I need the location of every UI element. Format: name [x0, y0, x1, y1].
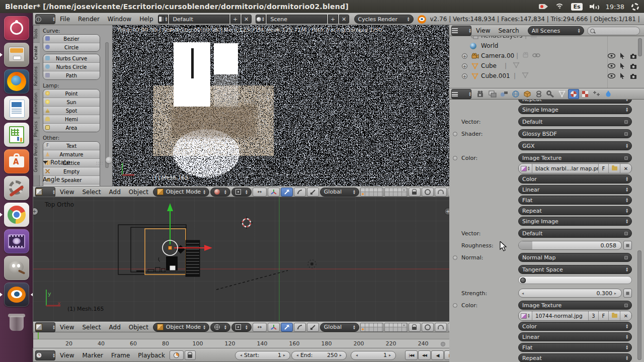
- tab-create[interactable]: Create: [33, 42, 40, 63]
- expand-icon[interactable]: +: [462, 73, 467, 79]
- tab-scene[interactable]: [499, 89, 510, 99]
- uv-map-field[interactable]: [518, 276, 632, 284]
- chrome-icon[interactable]: [4, 203, 29, 227]
- extension-select[interactable]: Repeat: [518, 353, 632, 362]
- manipulator-scale[interactable]: [307, 188, 319, 197]
- outliner-view-menu[interactable]: View: [472, 27, 494, 34]
- node-socket-icon[interactable]: [453, 255, 457, 260]
- tab-modifiers[interactable]: [545, 89, 556, 99]
- volume-icon[interactable]: [590, 3, 599, 10]
- users-count-button[interactable]: 3: [588, 311, 598, 320]
- session-gear-icon[interactable]: [631, 3, 639, 11]
- stepper-left-icon[interactable]: ◂: [296, 353, 298, 357]
- right-region-expand-button[interactable]: +: [445, 208, 449, 215]
- timeline-marker-menu[interactable]: Marker: [78, 352, 106, 359]
- menu-render[interactable]: Render: [74, 16, 103, 23]
- object-menu[interactable]: Object: [125, 189, 152, 196]
- tab-texture[interactable]: [580, 89, 591, 99]
- scene-close-button[interactable]: ✕: [339, 15, 349, 24]
- layers-widget-right[interactable]: [384, 188, 408, 197]
- shading-selector-2[interactable]: [210, 323, 230, 332]
- color-input-select[interactable]: Image Texture: [518, 301, 632, 310]
- lamp-area[interactable]: Area: [43, 123, 100, 132]
- hide-eye-icon[interactable]: [608, 73, 615, 78]
- firefox-icon[interactable]: [4, 69, 29, 94]
- tool-nurbs-curve[interactable]: Nurbs Curve: [43, 54, 100, 62]
- software-center-icon[interactable]: A: [4, 149, 29, 173]
- vector-input-select[interactable]: Default: [518, 117, 632, 126]
- panel-grip-icon[interactable]: ::::: [96, 161, 104, 165]
- normal-input-select[interactable]: Normal Map: [518, 253, 632, 262]
- interpolation-select[interactable]: Linear: [518, 185, 632, 194]
- manipulator-rotate[interactable]: [294, 188, 306, 197]
- current-frame-marker[interactable]: [38, 332, 39, 339]
- render-restrict-icon[interactable]: [630, 63, 637, 69]
- tab-relations[interactable]: Relations: [33, 63, 40, 89]
- stepper-left-icon[interactable]: ◂: [522, 291, 524, 296]
- tool-nurbs-circle[interactable]: Nurbs Circle: [43, 62, 100, 71]
- selectable-cursor-icon[interactable]: [620, 53, 625, 59]
- play-reverse-button[interactable]: ◀: [431, 350, 444, 360]
- snap-button[interactable]: [435, 188, 447, 197]
- layers-widget-right-2[interactable]: [384, 323, 408, 332]
- prev-keyframe-button[interactable]: ◀◀: [418, 350, 431, 360]
- manipulator-scale-2[interactable]: [307, 323, 319, 332]
- view-menu[interactable]: View: [56, 324, 77, 331]
- current-frame-field[interactable]: ◂ 1 ▸: [351, 351, 396, 360]
- strength-field[interactable]: ◂0.300▸: [518, 289, 622, 298]
- outliner-row-camera[interactable]: + Camera.00 |: [449, 51, 644, 61]
- scene-add-button[interactable]: +: [328, 15, 338, 24]
- tab-material[interactable]: [568, 89, 579, 99]
- tool-path[interactable]: Path: [43, 71, 100, 79]
- ruler-scroll-cap[interactable]: [441, 342, 445, 346]
- lamp-point[interactable]: Point: [43, 89, 100, 98]
- lock-to-scene-button[interactable]: [409, 188, 421, 197]
- wifi-icon[interactable]: [555, 4, 564, 10]
- selectable-cursor-icon[interactable]: [620, 73, 625, 79]
- jump-to-start-button[interactable]: |◀◀: [405, 350, 418, 360]
- shading-selector[interactable]: [210, 188, 230, 197]
- selectable-cursor-icon[interactable]: [620, 63, 625, 69]
- timeline-canvas[interactable]: [33, 332, 449, 339]
- orientation-selector[interactable]: Global: [320, 188, 359, 197]
- vector-input-select[interactable]: Default: [518, 229, 632, 238]
- stepper-right-icon[interactable]: ▸: [389, 353, 391, 357]
- image-datablock-icon[interactable]: [519, 164, 532, 173]
- image-name-field[interactable]: 10744-normal.jpg: [532, 311, 588, 320]
- open-image-button[interactable]: [608, 164, 620, 173]
- stepper-right-icon[interactable]: ▸: [340, 353, 342, 357]
- top-ortho-viewport[interactable]: Top Ortho y x (1) Mesh.165 + +: [33, 197, 449, 322]
- rendered-viewport[interactable]: Time:00:00.00 | Remaining:00:00.06 | Mem…: [113, 25, 449, 187]
- color-space-select[interactable]: Color: [518, 174, 632, 184]
- add-empty[interactable]: Empty: [43, 167, 100, 175]
- manipulator-translate-2[interactable]: [281, 323, 293, 332]
- manipulator-toggle[interactable]: ↔: [253, 188, 267, 197]
- node-socket-icon[interactable]: [453, 132, 457, 136]
- image-datablock-icon[interactable]: [519, 311, 532, 320]
- tab-animation[interactable]: Animation: [33, 89, 40, 117]
- add-menu[interactable]: Add: [106, 324, 124, 331]
- snap-button-2[interactable]: [435, 323, 447, 332]
- node-socket-icon[interactable]: [453, 303, 457, 308]
- tab-particles[interactable]: [591, 89, 602, 99]
- select-menu[interactable]: Select: [78, 189, 104, 196]
- render-restrict-icon[interactable]: [630, 73, 637, 79]
- tab-world[interactable]: [510, 89, 521, 99]
- shelf-scrollbar[interactable]: [105, 42, 109, 168]
- tab-render-layers[interactable]: [487, 89, 498, 99]
- render-engine-selector[interactable]: Cycles Render: [354, 15, 414, 24]
- select-menu[interactable]: Select: [78, 324, 104, 331]
- editor-type-timeline-button[interactable]: [35, 350, 55, 360]
- distribution-select[interactable]: GGX: [518, 141, 632, 150]
- roughness-socket-button[interactable]: [623, 241, 632, 250]
- render-restrict-icon[interactable]: [630, 53, 637, 59]
- gimp-icon[interactable]: [4, 256, 29, 280]
- libreoffice-writer-icon[interactable]: [4, 96, 29, 120]
- layers-widget-left-2[interactable]: [360, 323, 383, 332]
- frame-end-field[interactable]: ◂ End:250 ▸: [291, 351, 347, 360]
- manipulator-toggle-2[interactable]: ↔: [253, 323, 267, 332]
- render-visibility-button-2[interactable]: [422, 323, 434, 332]
- outliner-search-input[interactable]: [587, 27, 640, 35]
- render-visibility-button[interactable]: [422, 188, 434, 197]
- menu-help[interactable]: Help: [136, 16, 156, 23]
